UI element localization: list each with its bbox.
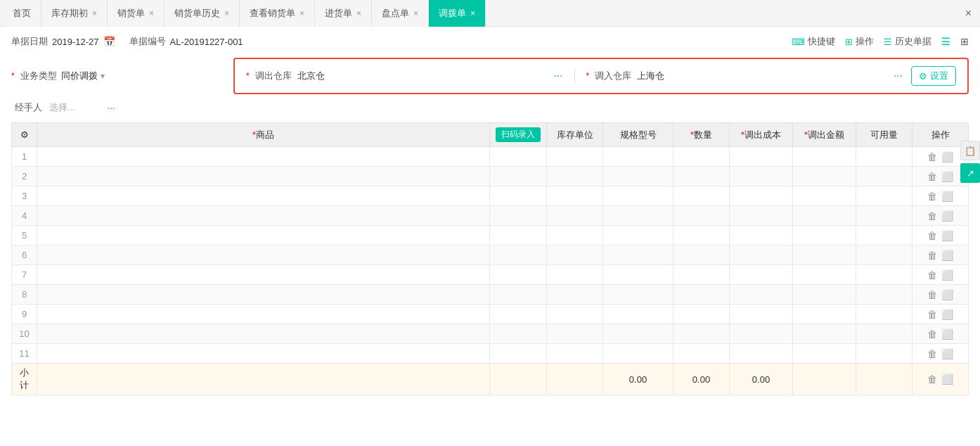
cell-spec[interactable]: [603, 305, 673, 324]
cell-product[interactable]: [37, 305, 490, 324]
cell-spec[interactable]: [603, 246, 673, 265]
cell-qty[interactable]: [673, 186, 730, 206]
cell-qty[interactable]: [673, 167, 730, 186]
cell-product[interactable]: [37, 186, 490, 206]
delete-icon[interactable]: 🗑: [927, 309, 937, 320]
cell-cost[interactable]: [730, 186, 793, 206]
cell-cost[interactable]: [730, 265, 793, 285]
delete-icon[interactable]: 🗑: [927, 230, 937, 241]
subtotal-delete-icon[interactable]: 🗑: [927, 374, 937, 385]
close-icon[interactable]: ×: [470, 9, 475, 18]
cell-unit[interactable]: [547, 344, 603, 364]
tab-home[interactable]: 首页: [6, 0, 41, 27]
cell-unit[interactable]: [547, 246, 603, 265]
copy-icon[interactable]: ⬜: [941, 309, 953, 320]
delete-icon[interactable]: 🗑: [927, 348, 937, 359]
copy-icon[interactable]: ⬜: [941, 269, 953, 281]
copy-icon[interactable]: ⬜: [941, 289, 953, 300]
cell-spec[interactable]: [603, 324, 673, 344]
cell-unit[interactable]: [547, 305, 603, 324]
cell-unit[interactable]: [547, 285, 603, 305]
tab-inventory-init[interactable]: 库存期初 ×: [41, 0, 108, 27]
cell-cost[interactable]: [730, 226, 793, 246]
cell-product[interactable]: [37, 167, 490, 186]
close-icon[interactable]: ×: [413, 9, 418, 18]
close-icon[interactable]: ×: [149, 9, 154, 18]
cell-spec[interactable]: [603, 147, 673, 167]
history-button[interactable]: ☰ 历史单据: [884, 35, 931, 48]
transfer-out-more-button[interactable]: ···: [553, 70, 562, 82]
cell-amount[interactable]: [793, 147, 856, 167]
copy-icon[interactable]: ⬜: [941, 210, 953, 222]
cell-cost[interactable]: [730, 285, 793, 305]
tab-sales-order[interactable]: 销货单 ×: [108, 0, 165, 27]
copy-icon[interactable]: ⬜: [941, 329, 953, 340]
list-view-button[interactable]: ☰: [941, 36, 950, 47]
cell-qty[interactable]: [673, 246, 730, 265]
cell-product[interactable]: [37, 324, 490, 344]
window-close-button[interactable]: ×: [965, 7, 972, 20]
cell-amount[interactable]: [793, 167, 856, 186]
close-icon[interactable]: ×: [356, 9, 361, 18]
scan-entry-button[interactable]: 扫码录入: [496, 127, 541, 142]
handler-more-button[interactable]: ···: [107, 102, 115, 113]
operation-button[interactable]: ⊞ 操作: [845, 35, 874, 48]
cell-product[interactable]: [37, 147, 490, 167]
cell-amount[interactable]: [793, 285, 856, 305]
cell-product[interactable]: [37, 344, 490, 364]
delete-icon[interactable]: 🗑: [927, 289, 937, 300]
cell-unit[interactable]: [547, 324, 603, 344]
dropdown-arrow-icon[interactable]: ▾: [101, 71, 105, 81]
cell-spec[interactable]: [603, 285, 673, 305]
delete-icon[interactable]: 🗑: [927, 269, 937, 281]
delete-icon[interactable]: 🗑: [927, 171, 937, 182]
cell-cost[interactable]: [730, 167, 793, 186]
cell-spec[interactable]: [603, 186, 673, 206]
copy-icon[interactable]: ⬜: [941, 250, 953, 261]
cell-product[interactable]: [37, 285, 490, 305]
cell-unit[interactable]: [547, 206, 603, 226]
cell-cost[interactable]: [730, 246, 793, 265]
cell-cost[interactable]: [730, 147, 793, 167]
gear-icon[interactable]: ⚙: [20, 129, 29, 140]
cell-qty[interactable]: [673, 226, 730, 246]
cell-product[interactable]: [37, 226, 490, 246]
tab-purchase[interactable]: 进货单 ×: [315, 0, 372, 27]
cell-qty[interactable]: [673, 305, 730, 324]
cell-spec[interactable]: [603, 344, 673, 364]
close-icon[interactable]: ×: [224, 9, 229, 18]
cell-amount[interactable]: [793, 344, 856, 364]
settings-button[interactable]: ⚙ 设置: [911, 66, 956, 86]
cell-unit[interactable]: [547, 186, 603, 206]
close-icon[interactable]: ×: [92, 9, 97, 18]
cell-product[interactable]: [37, 206, 490, 226]
copy-icon[interactable]: ⬜: [941, 230, 953, 241]
handler-select[interactable]: 选择...: [46, 101, 103, 114]
delete-icon[interactable]: 🗑: [927, 210, 937, 222]
cell-qty[interactable]: [673, 147, 730, 167]
cell-qty[interactable]: [673, 285, 730, 305]
cell-cost[interactable]: [730, 206, 793, 226]
cell-cost[interactable]: [730, 324, 793, 344]
cell-spec[interactable]: [603, 167, 673, 186]
tab-sales-history[interactable]: 销货单历史 ×: [165, 0, 240, 27]
delete-icon[interactable]: 🗑: [927, 151, 937, 163]
cell-amount[interactable]: [793, 246, 856, 265]
delete-icon[interactable]: 🗑: [927, 250, 937, 261]
shortcut-button[interactable]: ⌨ 快捷键: [792, 35, 835, 48]
delete-icon[interactable]: 🗑: [927, 191, 937, 202]
close-icon[interactable]: ×: [299, 9, 304, 18]
cell-qty[interactable]: [673, 344, 730, 364]
copy-icon[interactable]: ⬜: [941, 348, 953, 359]
cell-amount[interactable]: [793, 206, 856, 226]
sidebar-doc-button[interactable]: 📋: [960, 141, 980, 160]
cell-qty[interactable]: [673, 324, 730, 344]
cell-spec[interactable]: [603, 206, 673, 226]
tab-view-sales[interactable]: 查看销货单 ×: [240, 0, 315, 27]
cell-unit[interactable]: [547, 167, 603, 186]
sidebar-export-button[interactable]: ↗: [960, 163, 980, 183]
cell-product[interactable]: [37, 265, 490, 285]
subtotal-copy-icon[interactable]: ⬜: [941, 374, 953, 385]
card-view-button[interactable]: ⊞: [960, 36, 969, 47]
cell-amount[interactable]: [793, 305, 856, 324]
